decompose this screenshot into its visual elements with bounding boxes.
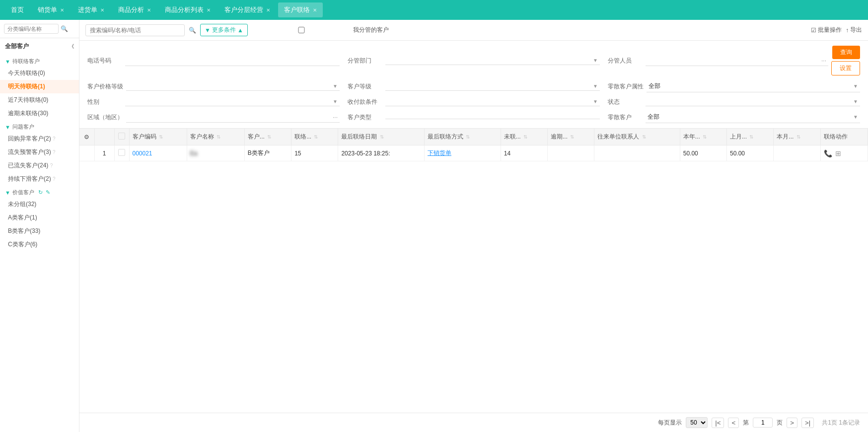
sidebar-churn-warning[interactable]: 流失预警客户(3) ?: [0, 145, 79, 159]
sidebar-search-icon[interactable]: 🔍: [61, 25, 68, 32]
col-last-contact-date[interactable]: 最后联络日期 ⇅: [338, 129, 425, 145]
nav-close-customer-layering[interactable]: ✕: [266, 7, 270, 13]
payment-select[interactable]: ▼: [385, 97, 600, 106]
next-page-btn[interactable]: >: [787, 418, 797, 428]
filter-search-icon[interactable]: 🔍: [189, 27, 196, 34]
filter-right-actions: ☑ 批量操作 ↑ 导出: [811, 26, 862, 34]
sidebar-overdue-contact[interactable]: 逾期未联络(30): [0, 107, 79, 120]
nav-product-analysis[interactable]: 商品分析 ✕: [112, 2, 157, 17]
phone-input[interactable]: [125, 56, 340, 66]
sidebar-group-pending: ▼ 待联络客户: [0, 55, 79, 67]
sidebar-class-a[interactable]: A类客户(1): [0, 211, 79, 224]
export-button[interactable]: ↑ 导出: [846, 26, 862, 34]
row-this-month: [774, 145, 820, 161]
col-name[interactable]: 客户名称 ⇅: [187, 129, 244, 145]
payment-arrow: ▼: [593, 99, 598, 104]
sidebar-class-b[interactable]: B类客户(33): [0, 224, 79, 238]
filter-icon: ▼: [205, 27, 211, 34]
checkbox-icon: ☑: [811, 27, 816, 34]
manager-dots[interactable]: ···: [821, 57, 826, 64]
status-select[interactable]: ▼: [646, 97, 860, 106]
search-input[interactable]: [85, 24, 185, 36]
nav-customer-layering[interactable]: 客户分层经营 ✕: [218, 2, 276, 17]
col-this-year[interactable]: 本年... ⇅: [680, 129, 726, 145]
col-no-contact[interactable]: 未联... ⇅: [501, 129, 547, 145]
manager-label: 分管人员: [608, 57, 643, 65]
col-code[interactable]: 客户编码 ⇅: [129, 129, 187, 145]
sidebar-churned[interactable]: 已流失客户(24) ?: [0, 159, 79, 172]
nav-close-purchase-order[interactable]: ✕: [100, 7, 104, 13]
filter-gender: 性别 ▼: [87, 97, 340, 106]
row-name[interactable]: Ea: [187, 145, 244, 161]
last-page-btn[interactable]: >|: [801, 418, 814, 428]
gender-select[interactable]: ▼: [125, 97, 340, 106]
filter-manager: 分管人员 ··· 查询 设置: [608, 46, 860, 75]
region-select[interactable]: ···: [126, 112, 340, 123]
col-last-month[interactable]: 上月... ⇅: [727, 129, 774, 145]
per-page-select[interactable]: 50: [686, 417, 708, 428]
col-checkbox[interactable]: [114, 129, 129, 145]
query-button[interactable]: 查询: [832, 46, 860, 59]
filter-price-level: 客户价格等级 ▼: [87, 80, 340, 92]
nav-product-analysis-list[interactable]: 商品分析列表 ✕: [159, 2, 217, 17]
customer-type-select[interactable]: [385, 116, 600, 119]
sidebar-all-customers[interactable]: 全部客户 《: [0, 38, 79, 55]
action-phone-icon[interactable]: 📞: [824, 149, 832, 157]
customer-level-label: 客户等级: [348, 82, 382, 91]
customer-level-select[interactable]: ▼: [385, 82, 600, 91]
sidebar-today-contact[interactable]: 今天待联络(0): [0, 67, 79, 80]
sidebar-class-c[interactable]: C类客户(6): [0, 238, 79, 251]
filter-more-button[interactable]: ▼ 更多条件 ▲: [200, 24, 248, 36]
dept-select[interactable]: ▼: [385, 56, 600, 65]
sidebar-edit-icon[interactable]: ✎: [46, 189, 50, 196]
retail-customer-select[interactable]: 全部 ▼: [646, 111, 860, 123]
top-nav: 首页 销货单 ✕ 进货单 ✕ 商品分析 ✕ 商品分析列表 ✕ 客户分层经营 ✕ …: [0, 0, 868, 20]
nav-close-sales-order[interactable]: ✕: [60, 7, 64, 13]
sidebar-7day-contact[interactable]: 近7天待联络(0): [0, 93, 79, 107]
filter-payment: 收付款条件 ▼: [348, 97, 600, 106]
sidebar-search-input[interactable]: [4, 24, 59, 34]
my-customers-checkbox[interactable]: 我分管的客户: [252, 26, 389, 34]
sidebar-repurchase-abnormal[interactable]: 回购异常客户(2) ?: [0, 132, 79, 145]
manager-select[interactable]: ···: [646, 56, 828, 66]
row-code[interactable]: 000021: [129, 145, 187, 161]
header-checkbox[interactable]: [118, 133, 125, 140]
status-label: 状态: [608, 98, 643, 106]
sidebar: 🔍 全部客户 《 ▼ 待联络客户 今天待联络(0) 明天待联络(1) 近7天待联…: [0, 20, 79, 432]
sidebar-refresh-icon[interactable]: ↻: [38, 189, 43, 196]
nav-customer-contact[interactable]: 客户联络 ✕: [278, 2, 323, 17]
nav-close-product-analysis[interactable]: ✕: [147, 7, 151, 13]
sidebar-tomorrow-contact[interactable]: 明天待联络(1): [0, 80, 79, 93]
col-this-month[interactable]: 本月... ⇅: [774, 129, 820, 145]
prev-page-btn[interactable]: <: [728, 418, 739, 428]
col-type[interactable]: 客户... ⇅: [244, 129, 291, 145]
retail-attr-select[interactable]: 全部 ▼: [647, 80, 860, 92]
col-settings[interactable]: ⚙: [79, 129, 94, 145]
nav-close-customer-contact[interactable]: ✕: [313, 7, 317, 13]
nav-close-product-analysis-list[interactable]: ✕: [207, 7, 211, 13]
action-qr-icon[interactable]: ⊞: [835, 149, 841, 157]
sidebar-declining[interactable]: 持续下滑客户(2) ?: [0, 172, 79, 186]
batch-operation-button[interactable]: ☑ 批量操作: [811, 26, 842, 34]
price-level-select[interactable]: ▼: [126, 82, 340, 91]
col-contact[interactable]: 联络... ⇅: [291, 129, 338, 145]
col-unit-contact[interactable]: 往来单位联系人 ⇅: [594, 129, 680, 145]
row-checkbox[interactable]: [114, 145, 129, 161]
page-label: 第: [743, 419, 749, 427]
row-action: 📞 ⊞: [820, 145, 868, 161]
region-dots[interactable]: ···: [333, 114, 338, 121]
col-last-contact-method[interactable]: 最后联络方式 ⇅: [425, 129, 501, 145]
nav-home[interactable]: 首页: [5, 2, 30, 17]
my-customers-check[interactable]: [252, 27, 351, 33]
col-overdue[interactable]: 逾期... ⇅: [548, 129, 594, 145]
row-last-contact-method[interactable]: 下销货单: [425, 145, 501, 161]
nav-purchase-order[interactable]: 进货单 ✕: [72, 2, 110, 17]
first-page-btn[interactable]: |<: [712, 418, 724, 428]
price-level-label: 客户价格等级: [87, 82, 123, 91]
page-input[interactable]: [753, 418, 773, 428]
set-button[interactable]: 设置: [831, 61, 860, 75]
table-header-row: ⚙ 客户编码 ⇅ 客户名称 ⇅ 客户... ⇅ 联络... ⇅ 最后联络日期 ⇅…: [79, 129, 868, 145]
sidebar-ungrouped[interactable]: 未分组(32): [0, 198, 79, 211]
nav-sales-order[interactable]: 销货单 ✕: [32, 2, 70, 17]
pagination: 每页显示 50 |< < 第 页 > >| 共1页 1条记录: [79, 413, 868, 432]
